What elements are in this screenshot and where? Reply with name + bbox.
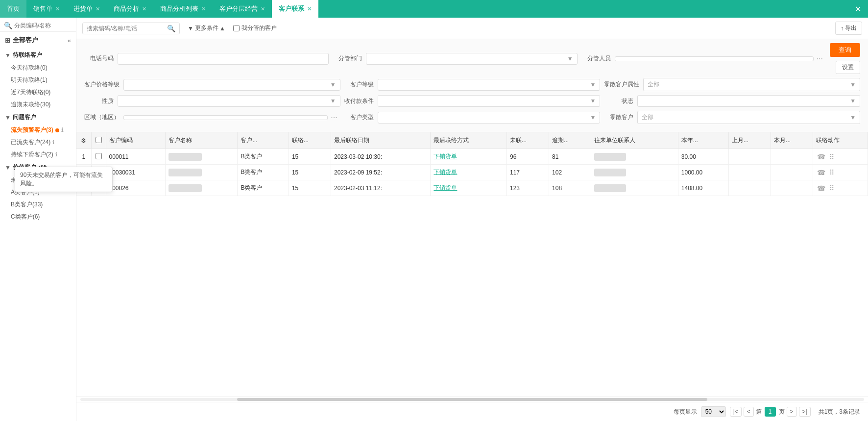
scroll-thumb[interactable] [237, 398, 707, 401]
cell-index: 1 [76, 149, 91, 165]
my-customers-checkbox[interactable]: 我分管的客户 [233, 24, 277, 32]
tab-customer-layer[interactable]: 客户分层经营 ✕ [213, 0, 272, 18]
sidebar-all-customers[interactable]: ⊞ 全部客户 « [0, 32, 76, 49]
tab-close-customer-layer[interactable]: ✕ [261, 6, 265, 12]
per-page-label: 每页显示 [674, 408, 697, 416]
filter-dept-label: 分管部门 [333, 54, 362, 63]
horizontal-scrollbar[interactable] [76, 396, 868, 402]
sidebar-item-type-c[interactable]: C类客户(6) [0, 211, 76, 223]
window-close-btn[interactable]: ✕ [848, 4, 868, 14]
filter-payment-label: 收付款条件 [344, 97, 374, 105]
tab-close-customer-contact[interactable]: ✕ [307, 6, 312, 12]
query-settings-col: 查询 设置 [830, 43, 860, 74]
filter-zero-customer-label: 零散客户 [604, 113, 633, 122]
action-contact-icon[interactable]: ☎ [817, 169, 825, 176]
cell-last-method[interactable]: 下销货单 [431, 149, 507, 165]
sidebar-item-today[interactable]: 今天待联络(0) [0, 62, 76, 74]
tab-close-sales[interactable]: ✕ [55, 6, 60, 12]
last-method-link[interactable]: 下销货单 [434, 153, 457, 160]
cell-overdue: 102 [549, 165, 591, 180]
filter-zero-customer-select[interactable]: 全部 ▼ [637, 111, 860, 124]
sidebar-search-input[interactable] [14, 22, 72, 29]
sidebar-item-tomorrow[interactable]: 明天待联络(1) [0, 74, 76, 86]
filter-customer-type-select[interactable]: ▼ [378, 112, 601, 124]
tab-analysis-list[interactable]: 商品分析列表 ✕ [153, 0, 213, 18]
cell-type: B类客户 [238, 180, 289, 196]
tab-purchase[interactable]: 进货单 ✕ [67, 0, 107, 18]
filter-phone-input[interactable] [118, 53, 329, 65]
tab-analysis[interactable]: 商品分析 ✕ [107, 0, 153, 18]
sidebar-item-type-b[interactable]: B类客户(33) [0, 198, 76, 211]
cell-last-method[interactable]: 下销货单 [431, 165, 507, 180]
col-settings[interactable]: ⚙ [76, 132, 91, 149]
page-first-btn[interactable]: |< [730, 407, 742, 417]
cell-last-month [729, 180, 771, 196]
action-more-icon[interactable]: ⠿ [829, 153, 834, 161]
my-customers-check[interactable] [233, 25, 240, 31]
action-contact-icon[interactable]: ☎ [817, 153, 825, 161]
filter-status-select[interactable]: ▼ [637, 95, 860, 107]
cell-this-month [771, 180, 813, 196]
sidebar-item-7days[interactable]: 近7天待联络(0) [0, 86, 76, 99]
page-next-btn[interactable]: > [787, 407, 797, 417]
per-page-select[interactable]: 50 100 200 [701, 406, 726, 417]
export-btn[interactable]: ↑ 导出 [835, 22, 862, 35]
tab-close-analysis[interactable]: ✕ [142, 6, 146, 12]
filter-row-4: 区域（地区） ··· 客户类型 ▼ 零散客户 全部 [84, 111, 860, 124]
row-checkbox[interactable] [96, 153, 102, 159]
filter-dept-select[interactable]: ▼ [366, 53, 577, 65]
action-more-icon[interactable]: ⠿ [829, 169, 834, 176]
action-contact-icon[interactable]: ☎ [817, 184, 825, 192]
page-prev-btn[interactable]: < [744, 407, 754, 417]
settings-btn[interactable]: 设置 [836, 61, 860, 74]
tab-customer-contact[interactable]: 客户联系 ✕ [272, 0, 318, 18]
chevron-down-icon-price: ▼ [330, 81, 336, 88]
info-icon-churned[interactable]: ℹ [52, 139, 54, 146]
sidebar-item-churned[interactable]: 已流失客户(24) ℹ [0, 136, 76, 149]
filter-region-select[interactable] [123, 115, 328, 120]
cell-checkbox[interactable] [91, 149, 106, 165]
sidebar-group-pending: ▼ 待联络客户 今天待联络(0) 明天待联络(1) 近7天待联络(0) 逾期未联… [0, 49, 76, 111]
more-conditions-btn[interactable]: ▼ 更多条件 ▲ [183, 22, 230, 34]
action-more-icon[interactable]: ⠿ [829, 184, 834, 192]
tab-close-analysis-list[interactable]: ✕ [201, 6, 206, 12]
chevron-up-icon: ▲ [219, 25, 225, 32]
info-icon-churn[interactable]: ℹ [61, 127, 63, 133]
top-tab-bar: 首页 销售单 ✕ 进货单 ✕ 商品分析 ✕ 商品分析列表 ✕ 客户分层经营 ✕ … [0, 0, 868, 18]
filter-customer-grade-label: 客户等级 [344, 80, 374, 89]
tab-home[interactable]: 首页 [0, 0, 26, 18]
chevron-down-icon-type: ▼ [590, 114, 596, 121]
query-btn[interactable]: 查询 [830, 43, 860, 57]
sidebar-item-declining[interactable]: 持续下滑客户(2) ℹ [0, 149, 76, 161]
sidebar-collapse-icon[interactable]: « [68, 37, 71, 44]
select-all-checkbox[interactable] [96, 137, 102, 143]
filter-nature-select[interactable]: ▼ [118, 95, 340, 107]
sidebar-group-title-pending[interactable]: ▼ 待联络客户 [0, 49, 76, 62]
cell-name [166, 149, 238, 165]
filter-region-more[interactable]: ··· [328, 112, 340, 123]
sidebar-item-overdue[interactable]: 逾期未联络(30) [0, 99, 76, 111]
filter-person-more[interactable]: ··· [814, 53, 826, 64]
search-input[interactable] [87, 25, 165, 32]
filter-payment-select[interactable]: ▼ [378, 95, 601, 107]
info-icon-declining[interactable]: ℹ [55, 151, 57, 158]
table-container: ⚙ 客户编码 客户名称 客户... 联络... 最后联络日期 最后联络方式 未联… [76, 132, 868, 396]
toolbar: 🔍 ▼ 更多条件 ▲ 我分管的客户 ↑ 导出 [76, 18, 868, 39]
last-method-link[interactable]: 下销货单 [434, 169, 457, 175]
filter-price-grade-select[interactable]: ▼ [123, 79, 340, 91]
toolbar-search-box: 🔍 [82, 23, 180, 34]
filter-person-select[interactable] [615, 56, 814, 61]
cell-last-method[interactable]: 下销货单 [431, 180, 507, 196]
sidebar-item-churn-warning[interactable]: 流失预警客户(3) ℹ [0, 124, 76, 136]
cell-person [591, 165, 678, 180]
sidebar-group-title-problem[interactable]: ▼ 问题客户 [0, 111, 76, 124]
filter-zero-attr-select[interactable]: 全部 ▼ [643, 78, 860, 91]
search-icon[interactable]: 🔍 [167, 25, 175, 32]
filter-customer-grade-select[interactable]: ▼ [378, 79, 601, 91]
last-method-link[interactable]: 下销货单 [434, 184, 457, 191]
tab-close-purchase[interactable]: ✕ [96, 6, 100, 12]
col-last-month: 上月... [729, 132, 771, 149]
tab-sales[interactable]: 销售单 ✕ [26, 0, 67, 18]
col-checkbox[interactable] [91, 132, 106, 149]
page-last-btn[interactable]: >| [799, 407, 811, 417]
